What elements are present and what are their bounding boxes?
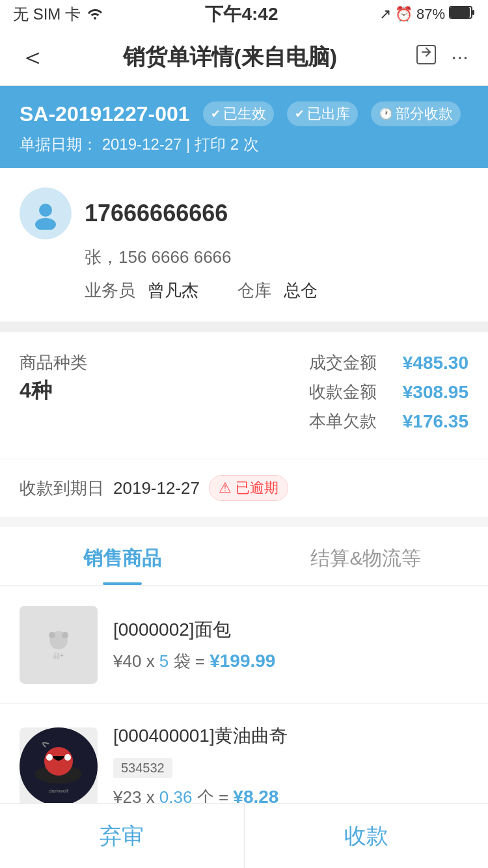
- warehouse-field: 仓库 总仓: [237, 279, 318, 302]
- product-name-2: [000400001]黄油曲奇: [113, 724, 468, 748]
- order-number: SA-20191227-001: [20, 102, 190, 126]
- customer-name: 17666666666: [85, 200, 228, 227]
- location-icon: ↗: [379, 6, 391, 23]
- due-amount-label: 本单欠款: [309, 410, 377, 433]
- customer-meta: 业务员 曾凡杰 仓库 总仓: [20, 279, 468, 302]
- cancel-button[interactable]: 弃审: [0, 804, 244, 868]
- tabs-container: 销售商品 结算&物流等: [0, 527, 488, 586]
- svg-point-7: [49, 632, 55, 638]
- alarm-icon: ⏰: [395, 6, 413, 23]
- warning-icon: ⚠: [219, 480, 232, 496]
- product-list: 品+ [0000002]面包 ¥40 x 5 袋 = ¥199.99: [0, 586, 488, 829]
- order-header: SA-20191227-001 ✔ 已生效 ✔ 已出库 🕐 部分收款 单据日期：…: [0, 86, 488, 168]
- status-bar: 无 SIM 卡 下午4:42 ↗ ⏰ 87%: [0, 0, 488, 29]
- salesperson-field: 业务员 曾凡杰: [85, 279, 198, 302]
- customer-contact: 张，156 6666 6666: [20, 246, 468, 269]
- order-date: 单据日期： 2019-12-27 | 打印 2 次: [20, 134, 468, 155]
- table-row: 品+ [0000002]面包 ¥40 x 5 袋 = ¥199.99: [0, 586, 488, 704]
- nav-actions: ···: [414, 43, 468, 72]
- svg-point-5: [35, 218, 56, 230]
- received-amount-value: ¥308.95: [403, 382, 468, 403]
- status-time: 下午4:42: [205, 2, 278, 27]
- check-icon: ✔: [211, 107, 221, 121]
- page-title: 销货单详情(来自电脑): [123, 42, 337, 72]
- section-divider-1: [0, 321, 488, 332]
- nav-bar: ＜ 销货单详情(来自电脑) ···: [0, 29, 488, 86]
- share-icon[interactable]: [414, 43, 438, 72]
- svg-point-12: [44, 747, 73, 776]
- overdue-badge: ⚠ 已逾期: [209, 475, 288, 501]
- product-type-label: 商品种类: [20, 351, 87, 374]
- product-thumbnail-2: darkwolf: [20, 727, 98, 806]
- battery-text: 87%: [416, 6, 445, 23]
- svg-rect-2: [472, 10, 474, 15]
- check-icon-2: ✔: [295, 107, 305, 121]
- confirm-button[interactable]: 收款: [244, 804, 489, 868]
- deal-amount-value: ¥485.30: [403, 353, 468, 373]
- back-button[interactable]: ＜: [20, 39, 46, 75]
- status-left: 无 SIM 卡: [13, 4, 104, 25]
- more-icon[interactable]: ···: [451, 45, 468, 69]
- product-price-1: ¥40 x 5 袋 = ¥199.99: [113, 650, 468, 673]
- due-date-label: 收款到期日: [20, 477, 104, 500]
- product-tag-2: 534532: [113, 758, 172, 778]
- svg-text:darkwolf: darkwolf: [49, 788, 69, 794]
- badge-effective: ✔ 已生效: [203, 102, 274, 126]
- product-name-1: [0000002]面包: [113, 617, 468, 642]
- product-info-2: [000400001]黄油曲奇 534532 ¥23 x 0.36 个 = ¥8…: [113, 724, 468, 809]
- product-info-1: [0000002]面包 ¥40 x 5 袋 = ¥199.99: [113, 617, 468, 673]
- badge-shipped: ✔ 已出库: [287, 102, 358, 126]
- customer-section: 17666666666 张，156 6666 6666 业务员 曾凡杰 仓库 总…: [0, 168, 488, 321]
- product-type-count: 4种: [20, 377, 87, 405]
- svg-rect-1: [450, 7, 470, 18]
- tab-sales-products[interactable]: 销售商品: [0, 527, 244, 585]
- product-thumbnail-1: 品+: [20, 606, 98, 684]
- due-date-value: 2019-12-27: [113, 478, 200, 498]
- svg-text:品+: 品+: [53, 652, 64, 659]
- svg-point-14: [64, 754, 71, 761]
- summary-amounts: 成交金额 ¥485.30 收款金额 ¥308.95 本单欠款 ¥176.35: [309, 351, 468, 439]
- customer-avatar: [20, 187, 72, 239]
- battery-icon: [449, 5, 475, 23]
- tab-settlement[interactable]: 结算&物流等: [244, 527, 488, 585]
- due-date-section: 收款到期日 2019-12-27 ⚠ 已逾期: [0, 459, 488, 517]
- bottom-bar: 弃审 收款: [0, 803, 488, 868]
- badge-partial: 🕐 部分收款: [371, 102, 461, 126]
- summary-section: 商品种类 4种 成交金额 ¥485.30 收款金额 ¥308.95 本单欠款 ¥…: [0, 332, 488, 459]
- svg-point-4: [39, 204, 52, 217]
- overdue-text: 已逾期: [236, 478, 278, 498]
- carrier-text: 无 SIM 卡: [13, 4, 81, 25]
- received-amount-label: 收款金额: [309, 381, 377, 403]
- wifi-icon: [86, 5, 104, 23]
- status-right: ↗ ⏰ 87%: [379, 5, 475, 23]
- svg-point-8: [62, 632, 68, 638]
- deal-amount-label: 成交金额: [309, 351, 377, 374]
- svg-point-13: [46, 754, 53, 761]
- clock-icon: 🕐: [379, 107, 393, 121]
- due-amount-value: ¥176.35: [403, 411, 468, 432]
